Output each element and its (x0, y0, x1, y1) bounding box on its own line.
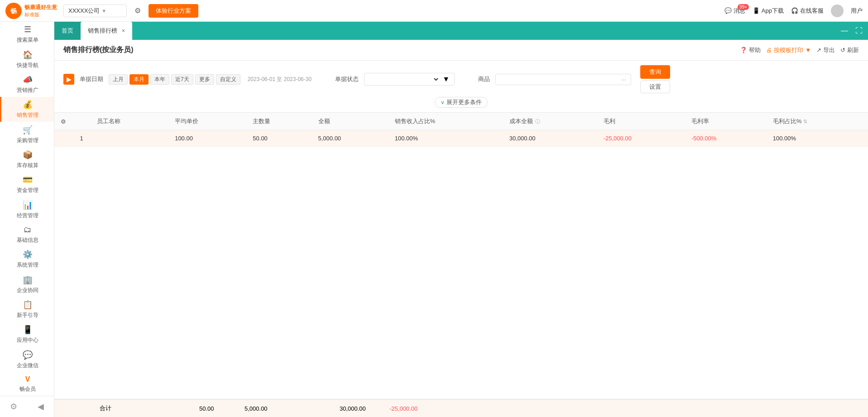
status-field[interactable]: ▼ (364, 73, 455, 86)
logo-area: 畅 畅康通好生意 标准版 (5, 3, 60, 19)
logo-icon: 畅 (5, 3, 22, 19)
company-selector[interactable]: XXXXX公司 ▼ (63, 5, 127, 17)
export-btn[interactable]: ↗ 导出 (816, 46, 835, 54)
cost-info-icon[interactable]: ⓘ (535, 119, 540, 124)
help-icon: ❓ (740, 47, 747, 53)
tab-expand-btn[interactable]: ⛶ (854, 25, 864, 37)
tab-bar: 首页 销售排行榜 × — ⛶ (54, 22, 868, 40)
row-avg-price: 100.00 (168, 130, 246, 147)
print-label: 按模板打印 (774, 46, 803, 54)
row-profit-pct: 100.00% (767, 130, 868, 147)
footer-qty: 50.00 (193, 405, 238, 412)
filter-toggle-btn[interactable]: ▶ (63, 74, 74, 85)
row-rank: 1 (72, 130, 91, 147)
table-header-row: ⚙ 员工名称 平均单价 主数量 (54, 113, 868, 130)
sidebar-item-purchase[interactable]: 🛒 采购管理 (0, 122, 54, 147)
query-area: 查询 设置 (640, 65, 670, 93)
status-select[interactable] (369, 76, 440, 83)
pill-more[interactable]: 更多 (195, 74, 214, 85)
table-wrapper: ⚙ 员工名称 平均单价 主数量 (54, 113, 868, 399)
th-rank (72, 113, 91, 130)
settings-small-btn[interactable]: 设置 (640, 81, 670, 93)
sidebar-item-inventory[interactable]: 📦 库存核算 (0, 147, 54, 172)
sidebar-item-guide[interactable]: 📋 新手引导 (0, 297, 54, 322)
print-btn[interactable]: 🖨 按模板打印 ▼ (766, 46, 811, 54)
sort-icon[interactable]: ⇅ (803, 119, 807, 124)
operations-icon: 📊 (23, 200, 33, 210)
app-center-icon: 📱 (23, 325, 33, 335)
avatar[interactable] (831, 5, 844, 17)
th-settings: ⚙ (54, 113, 72, 130)
sidebar-item-search[interactable]: ☰ 搜索菜单 (0, 22, 54, 47)
row-amount: 5,000.00 (312, 130, 388, 147)
date-pills: 上月 本月 本年 近7天 更多 自定义 (109, 74, 240, 85)
sidebar-item-wechat[interactable]: 💬 企业微信 (0, 347, 54, 372)
trial-btn[interactable]: 体验行业方案 (149, 4, 198, 18)
tab-home[interactable]: 首页 (54, 22, 81, 40)
service-label: 在线客服 (800, 7, 824, 15)
sidebar-item-quick-nav[interactable]: 🏠 快捷导航 (0, 47, 54, 72)
sidebar-label-guide: 新手引导 (17, 312, 38, 319)
sidebar-settings-btn[interactable]: ⚙ (6, 400, 21, 413)
footer-cost: 30,000.00 (333, 405, 383, 412)
online-service-btn[interactable]: 🎧 在线客服 (791, 7, 824, 15)
th-sales-pct: 销售收入占比% (388, 113, 503, 130)
sidebar-label-system: 系统管理 (17, 261, 38, 269)
pill-prev-month[interactable]: 上月 (109, 74, 128, 85)
user-name[interactable]: 用户 (851, 7, 863, 15)
message-btn[interactable]: 💬 消息 99+ (724, 7, 745, 15)
sidebar-collapse-btn[interactable]: ◀ (34, 400, 48, 413)
logo-text: 畅康通好生意 标准版 (24, 4, 57, 18)
sidebar-item-finance[interactable]: 💳 资金管理 (0, 172, 54, 197)
sidebar-label-sales: 销售管理 (17, 111, 38, 119)
refresh-btn[interactable]: ↺ 刷新 (840, 46, 859, 54)
sidebar-item-sales[interactable]: 💰 销售管理 (0, 97, 54, 122)
rankings-table: ⚙ 员工名称 平均单价 主数量 (54, 113, 868, 147)
tab-sales-ranking[interactable]: 销售排行榜 × (81, 22, 132, 40)
content-area: 首页 销售排行榜 × — ⛶ 销售排行榜(按业务员) ❓ 帮助 (54, 22, 868, 417)
goods-field[interactable]: ··· (495, 74, 631, 85)
sidebar-item-marketing[interactable]: 📣 营销推广 (0, 72, 54, 97)
top-right-area: 💬 消息 99+ 📱 App下载 🎧 在线客服 用户 (724, 5, 863, 17)
topbar-settings-btn[interactable]: ⚙ (130, 4, 145, 18)
vip-icon: V (25, 375, 30, 383)
sidebar-label-operations: 经营管理 (17, 212, 38, 220)
print-icon: 🖨 (766, 47, 772, 53)
sidebar-label-inventory: 库存核算 (17, 162, 38, 169)
company-arrow-icon: ▼ (101, 8, 106, 14)
sidebar-item-vip[interactable]: V 畅会员 (0, 372, 54, 396)
tab-home-label: 首页 (62, 27, 73, 35)
sidebar-label-finance: 资金管理 (17, 187, 38, 194)
app-download-btn[interactable]: 📱 App下载 (753, 7, 784, 15)
sidebar-item-enterprise[interactable]: 🏢 企业协同 (0, 272, 54, 297)
status-label: 单据状态 (335, 75, 359, 83)
pill-custom[interactable]: 自定义 (216, 74, 240, 85)
basic-info-icon: 🗂 (24, 225, 32, 235)
tab-close-icon[interactable]: × (122, 28, 125, 34)
page-actions: ❓ 帮助 🖨 按模板打印 ▼ ↗ 导出 ↺ 刷新 (740, 46, 859, 54)
company-name: XXXXX公司 (68, 7, 100, 15)
th-avg-price: 平均单价 (168, 113, 246, 130)
pill-current-month[interactable]: 本月 (129, 74, 149, 85)
sidebar-item-operations[interactable]: 📊 经营管理 (0, 197, 54, 222)
sidebar-item-system[interactable]: ⚙️ 系统管理 (0, 247, 54, 272)
refresh-icon: ↺ (840, 47, 845, 53)
expand-row: ∨ 展开更多条件 (63, 97, 859, 108)
query-btn[interactable]: 查询 (640, 65, 670, 79)
tab-minimize-btn[interactable]: — (839, 25, 850, 37)
help-btn[interactable]: ❓ 帮助 (740, 46, 761, 54)
goods-input[interactable] (500, 76, 619, 83)
sidebar-item-app-center[interactable]: 📱 应用中心 (0, 322, 54, 347)
expand-conditions-btn[interactable]: ∨ 展开更多条件 (435, 97, 488, 108)
column-settings-icon[interactable]: ⚙ (61, 118, 66, 125)
filter-row: ▶ 单据日期 上月 本月 本年 近7天 更多 自定义 2023-06-01 至 … (63, 65, 859, 93)
goods-more-icon[interactable]: ··· (621, 76, 626, 83)
sidebar-item-basic-info[interactable]: 🗂 基础信息 (0, 222, 54, 247)
th-profit: 毛利 (597, 113, 685, 130)
sales-icon: 💰 (23, 100, 33, 110)
row-profit: -25,000.00 (597, 130, 685, 147)
pill-current-year[interactable]: 本年 (150, 74, 169, 85)
pill-7days[interactable]: 近7天 (171, 74, 193, 85)
expand-label: 展开更多条件 (446, 98, 482, 106)
tab-active-label: 销售排行榜 (88, 27, 117, 35)
